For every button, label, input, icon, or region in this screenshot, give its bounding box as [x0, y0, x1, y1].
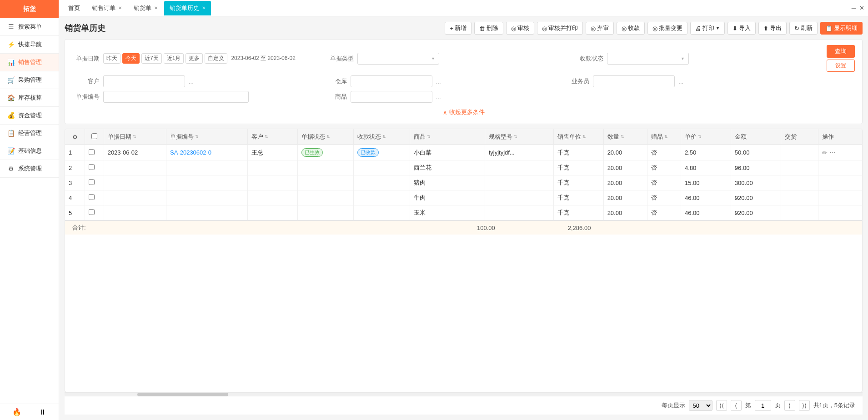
- date-btn-custom[interactable]: 自定义: [205, 53, 227, 64]
- prev-page-button[interactable]: ⟨: [731, 400, 742, 411]
- horizontal-scrollbar[interactable]: [65, 392, 863, 396]
- delete-button[interactable]: 🗑 删除: [474, 22, 503, 35]
- collect-button[interactable]: ◎ 收款: [617, 22, 645, 35]
- row-checkbox-input[interactable]: [89, 179, 95, 185]
- date-btn-yesterday[interactable]: 昨天: [103, 53, 120, 64]
- goods-more-icon[interactable]: ...: [436, 94, 441, 100]
- window-close-icon[interactable]: ✕: [859, 5, 864, 11]
- tab-sales-delivery-close[interactable]: ✕: [154, 5, 158, 10]
- edit-icon[interactable]: ✏: [822, 149, 828, 156]
- last-page-button[interactable]: ⟩⟩: [799, 400, 810, 411]
- sidebar-item-fund-mgmt[interactable]: 💰 资金管理: [0, 107, 59, 125]
- add-button[interactable]: + 新增: [445, 22, 472, 35]
- cell-no[interactable]: [166, 160, 248, 175]
- cell-no[interactable]: [166, 175, 248, 190]
- sidebar-bottom: 🔥 ⏸: [0, 404, 59, 420]
- cell-action[interactable]: ✏⋯: [818, 145, 862, 160]
- th-date[interactable]: 单据日期 ⇅: [104, 129, 166, 145]
- th-sales-unit[interactable]: 销售单位 ⇅: [553, 129, 603, 145]
- cell-action[interactable]: [818, 175, 862, 190]
- date-btn-1month[interactable]: 近1月: [164, 53, 184, 64]
- row-checkbox[interactable]: [85, 205, 104, 220]
- discard-button[interactable]: ◎ 弃审: [586, 22, 614, 35]
- cell-no[interactable]: SA-20230602-0: [166, 145, 248, 160]
- date-btn-7days[interactable]: 近7天: [141, 53, 162, 64]
- tab-sales-history[interactable]: 销货单历史 ✕: [164, 1, 211, 15]
- goods-input[interactable]: [351, 91, 432, 103]
- tab-sales-history-close[interactable]: ✕: [202, 5, 206, 10]
- salesperson-more-icon[interactable]: ...: [678, 78, 683, 85]
- settings-button[interactable]: 设置: [827, 60, 855, 72]
- cell-no[interactable]: [166, 190, 248, 205]
- row-checkbox-input[interactable]: [89, 209, 95, 215]
- sidebar-item-purchase-mgmt[interactable]: 🛒 采购管理: [0, 71, 59, 89]
- import-button[interactable]: ⬇ 导入: [728, 22, 756, 35]
- th-doc-status[interactable]: 单据状态 ⇅: [297, 129, 354, 145]
- fire-icon[interactable]: 🔥: [12, 408, 21, 416]
- batch-change-button[interactable]: ◎ 批量变更: [647, 22, 687, 35]
- cell-doc-status: [297, 205, 354, 220]
- th-gear[interactable]: ⚙: [65, 129, 85, 145]
- th-spec[interactable]: 规格型号 ⇅: [485, 129, 553, 145]
- th-customer[interactable]: 客户 ⇅: [247, 129, 297, 145]
- sidebar-item-inventory-calc[interactable]: 🏠 库存核算: [0, 89, 59, 107]
- sidebar-item-search-menu[interactable]: ☰ 搜索菜单: [0, 18, 59, 36]
- select-all-checkbox[interactable]: [91, 133, 97, 139]
- cell-action[interactable]: [818, 160, 862, 175]
- next-page-button[interactable]: ⟩: [784, 400, 795, 411]
- row-checkbox-input[interactable]: [89, 194, 95, 200]
- sidebar-item-system-mgmt[interactable]: ⚙ 系统管理: [0, 160, 59, 178]
- th-check[interactable]: [85, 129, 104, 145]
- customer-input[interactable]: [103, 75, 185, 87]
- page-size-select[interactable]: 20 50 100 200: [689, 400, 712, 411]
- export-button[interactable]: ⬆ 导出: [758, 22, 787, 35]
- row-checkbox[interactable]: [85, 160, 104, 175]
- th-goods[interactable]: 商品 ⇅: [410, 129, 485, 145]
- tab-home[interactable]: 首页: [63, 1, 85, 15]
- audit-button[interactable]: ◎ 审核: [506, 22, 534, 35]
- date-btn-today[interactable]: 今天: [122, 53, 140, 64]
- collapse-filter-button[interactable]: ∧ 收起更多条件: [72, 106, 855, 118]
- current-page-input[interactable]: [755, 400, 771, 411]
- warehouse-input[interactable]: [351, 75, 432, 87]
- tab-sales-order[interactable]: 销售订单 ✕: [86, 1, 127, 15]
- scroll-thumb[interactable]: [137, 393, 228, 396]
- fund-mgmt-icon: 💰: [7, 112, 15, 119]
- pay-status-select[interactable]: ▼: [607, 53, 689, 65]
- cell-no[interactable]: [166, 205, 248, 220]
- pause-icon[interactable]: ⏸: [39, 408, 46, 416]
- row-checkbox[interactable]: [85, 190, 104, 205]
- doc-no-input[interactable]: [103, 91, 249, 103]
- cell-action[interactable]: [818, 205, 862, 220]
- audit-print-button[interactable]: ◎ 审核并打印: [537, 22, 583, 35]
- sidebar-item-ops-mgmt[interactable]: 📋 经营管理: [0, 125, 59, 142]
- doc-no-link[interactable]: SA-20230602-0: [170, 149, 211, 156]
- th-qty[interactable]: 数量 ⇅: [603, 129, 647, 145]
- date-btn-more[interactable]: 更多: [186, 53, 203, 64]
- th-no[interactable]: 单据编号 ⇅: [166, 129, 248, 145]
- query-button[interactable]: 查询: [827, 45, 855, 58]
- row-checkbox-input[interactable]: [89, 149, 95, 155]
- customer-more-icon[interactable]: ...: [189, 78, 194, 85]
- tab-sales-order-close[interactable]: ✕: [118, 5, 122, 10]
- sidebar-item-sales-mgmt[interactable]: 📊 销售管理: [0, 54, 59, 71]
- th-price[interactable]: 单价 ⇅: [681, 129, 731, 145]
- th-gift[interactable]: 赠品 ⇅: [647, 129, 681, 145]
- first-page-button[interactable]: ⟨⟨: [716, 400, 727, 411]
- print-button[interactable]: 🖨 打印 ▼: [690, 22, 725, 35]
- refresh-button[interactable]: ↻ 刷新: [789, 22, 818, 35]
- more-actions-icon[interactable]: ⋯: [829, 149, 836, 156]
- salesperson-input[interactable]: [593, 75, 675, 87]
- th-pay-status[interactable]: 收款状态 ⇅: [354, 129, 410, 145]
- row-checkbox[interactable]: [85, 145, 104, 160]
- sidebar-item-basic-info[interactable]: 📝 基础信息: [0, 142, 59, 160]
- window-minimize-icon[interactable]: ─: [852, 5, 856, 11]
- sidebar-item-quick-nav[interactable]: ⚡ 快捷导航: [0, 36, 59, 54]
- doc-type-select[interactable]: ▼: [357, 53, 439, 65]
- row-checkbox[interactable]: [85, 175, 104, 190]
- warehouse-more-icon[interactable]: ...: [436, 78, 441, 85]
- row-checkbox-input[interactable]: [89, 164, 95, 170]
- show-detail-button[interactable]: 📋 显示明细: [820, 22, 863, 35]
- tab-sales-delivery[interactable]: 销货单 ✕: [128, 1, 163, 15]
- cell-action[interactable]: [818, 190, 862, 205]
